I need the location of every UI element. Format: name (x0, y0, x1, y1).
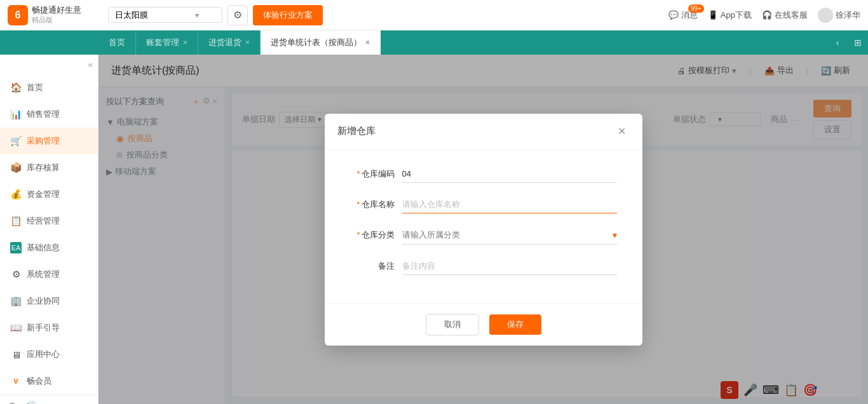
category-label: *仓库分类 (350, 229, 395, 241)
tab-next-icon[interactable]: ⊞ (848, 30, 868, 55)
sidebar-item-basic[interactable]: EA 基础信息 (0, 234, 98, 261)
form-row-category: *仓库分类 ▾ (350, 226, 617, 245)
tab-controls: ‹ ⊞ (827, 30, 868, 55)
system-icon: ⚙ (10, 269, 22, 280)
sidebar: « 🏠 首页 📊 销售管理 🛒 采购管理 📦 库存核算 💰 资金管理 📋 经营管… (0, 55, 98, 404)
purchase-icon: 🛒 (10, 135, 22, 147)
code-label: *仓库编码 (350, 168, 395, 180)
remark-label: 备注 (350, 260, 395, 272)
sidebar-item-appcenter[interactable]: 🖥 应用中心 (0, 341, 98, 368)
header-right: 💬 消息 99+ 📱 App下载 🎧 在线客服 徐泽华 (668, 8, 860, 23)
guide-icon: 📖 (10, 322, 22, 333)
search-dropdown-arrow[interactable]: ▾ (195, 11, 199, 20)
sidebar-collapse-btn[interactable]: « (0, 55, 98, 74)
main-layout: « 🏠 首页 📊 销售管理 🛒 采购管理 📦 库存核算 💰 资金管理 📋 经营管… (0, 55, 868, 404)
dialog-header: 新增仓库 ✕ (325, 114, 642, 150)
sidebar-item-enterprise[interactable]: 🏢 企业协同 (0, 288, 98, 314)
form-row-name: *仓库名称 (350, 196, 617, 213)
tab-bar: 首页 账套管理 × 进货退货 × 进货单统计表（按商品） × ‹ ⊞ (0, 30, 868, 55)
message-icon: 💬 (668, 10, 679, 20)
basic-icon: EA (10, 242, 22, 253)
modal-overlay: 新增仓库 ✕ *仓库编码 *仓库名称 (98, 55, 868, 404)
sidebar-volume-icon[interactable]: 🔊 (24, 400, 37, 404)
settings-icon[interactable]: ⚙ (227, 5, 248, 25)
cancel-button[interactable]: 取消 (426, 314, 479, 335)
phone-icon: 📱 (708, 10, 718, 20)
store-search-box[interactable]: ▾ (108, 7, 222, 23)
sidebar-item-operations[interactable]: 📋 经营管理 (0, 208, 98, 234)
name-label: *仓库名称 (350, 199, 395, 210)
avatar (818, 8, 833, 23)
enterprise-icon: 🏢 (10, 295, 22, 307)
save-button[interactable]: 保存 (489, 314, 541, 335)
category-select[interactable]: ▾ (402, 226, 617, 245)
inventory-icon: 📦 (10, 162, 22, 173)
dialog-title: 新增仓库 (337, 125, 376, 137)
store-search-input[interactable] (115, 10, 191, 20)
form-row-remark: 备注 (350, 257, 617, 275)
sidebar-settings-icon[interactable]: ⚙ (8, 400, 17, 404)
tab-home[interactable]: 首页 (98, 30, 136, 55)
headset-icon: 🎧 (762, 10, 772, 20)
category-dropdown-arrow-icon: ▾ (613, 230, 617, 240)
appcenter-icon: 🖥 (10, 349, 22, 360)
logo-area: 6 畅捷通好生意 精品版 (8, 5, 103, 25)
sidebar-item-purchase[interactable]: 🛒 采购管理 (0, 128, 98, 154)
new-warehouse-dialog: 新增仓库 ✕ *仓库编码 *仓库名称 (325, 114, 642, 346)
top-header: 6 畅捷通好生意 精品版 ▾ ⚙ 体验行业方案 💬 消息 99+ 📱 App下载… (0, 0, 868, 30)
tab-close-purchase-stats[interactable]: × (365, 38, 370, 47)
tab-close-purchase-return[interactable]: × (245, 38, 250, 47)
sidebar-item-system[interactable]: ⚙ 系统管理 (0, 261, 98, 288)
operations-icon: 📋 (10, 215, 22, 227)
sidebar-bottom-bar: ⚙ 🔊 (0, 394, 98, 404)
warehouse-name-input[interactable] (402, 196, 617, 213)
app-download-link[interactable]: 📱 App下载 (708, 10, 752, 21)
sidebar-item-sales[interactable]: 📊 销售管理 (0, 101, 98, 128)
tab-prev-icon[interactable]: ‹ (827, 30, 848, 55)
sales-icon: 📊 (10, 109, 22, 120)
trial-button[interactable]: 体验行业方案 (253, 5, 323, 25)
warehouse-code-input[interactable] (402, 165, 617, 183)
home-icon: 🏠 (10, 82, 22, 93)
form-row-code: *仓库编码 (350, 165, 617, 183)
finance-icon: 💰 (10, 189, 22, 200)
tab-purchase-return[interactable]: 进货退货 × (198, 30, 261, 55)
user-avatar-link[interactable]: 徐泽华 (818, 8, 860, 23)
vip-icon: V (10, 375, 22, 387)
sidebar-item-home[interactable]: 🏠 首页 (0, 74, 98, 101)
brand-text: 畅捷通好生意 精品版 (32, 5, 81, 25)
tab-accounts[interactable]: 账套管理 × (136, 30, 198, 55)
notification-link[interactable]: 💬 消息 99+ (668, 10, 698, 21)
tab-purchase-stats[interactable]: 进货单统计表（按商品） × (261, 30, 381, 55)
dialog-footer: 取消 保存 (325, 303, 642, 346)
sidebar-item-inventory[interactable]: 📦 库存核算 (0, 154, 98, 181)
notification-badge: 99+ (688, 4, 704, 13)
tab-close-accounts[interactable]: × (183, 38, 187, 47)
remark-input[interactable] (402, 257, 617, 275)
sidebar-item-finance[interactable]: 💰 资金管理 (0, 181, 98, 208)
online-service-link[interactable]: 🎧 在线客服 (762, 10, 808, 21)
sidebar-item-vip[interactable]: V 畅会员 (0, 368, 98, 394)
dialog-close-button[interactable]: ✕ (614, 124, 630, 139)
dialog-body: *仓库编码 *仓库名称 *仓库分类 (325, 150, 642, 303)
sidebar-item-guide[interactable]: 📖 新手引导 (0, 314, 98, 341)
category-select-input[interactable] (402, 230, 613, 239)
app-logo-icon: 6 (8, 5, 28, 25)
content-area: 进货单统计(按商品) 🖨 按模板打印 ▾ | 📤 导出 | 🔄 刷新 (98, 55, 868, 404)
